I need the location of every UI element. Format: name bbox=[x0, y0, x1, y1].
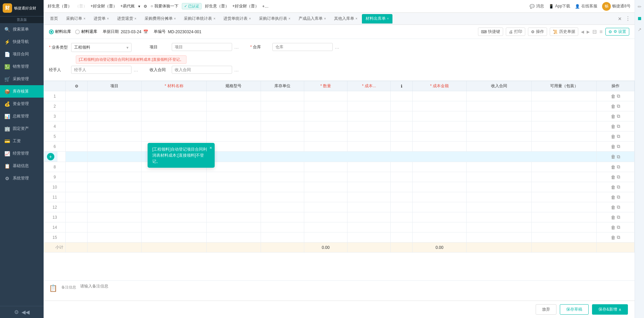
row-cell[interactable] bbox=[532, 192, 597, 202]
topbar-settings-btn[interactable]: ⚙ bbox=[144, 4, 147, 9]
delete-row-btn[interactable]: 🗑 bbox=[611, 235, 615, 240]
row-cell[interactable] bbox=[87, 121, 141, 131]
row-cell[interactable] bbox=[304, 222, 347, 232]
row-cell[interactable] bbox=[261, 232, 304, 243]
row-cell[interactable] bbox=[467, 131, 532, 142]
row-cell[interactable] bbox=[412, 192, 466, 202]
row-cell[interactable] bbox=[87, 131, 141, 142]
row-cell[interactable] bbox=[87, 182, 141, 192]
handler-input[interactable] bbox=[71, 66, 131, 74]
row-cell[interactable] bbox=[467, 182, 532, 192]
row-cell[interactable] bbox=[304, 142, 347, 152]
row-cell[interactable] bbox=[412, 142, 466, 152]
row-cell[interactable] bbox=[347, 202, 391, 212]
tabbar-close-all-btn[interactable]: ✕ bbox=[616, 16, 623, 21]
tab-close-icon[interactable]: × bbox=[356, 17, 358, 20]
row-cell[interactable] bbox=[207, 111, 261, 121]
delete-row-btn[interactable]: 🗑 bbox=[611, 104, 615, 109]
row-cell[interactable] bbox=[207, 192, 261, 202]
row-cell[interactable] bbox=[412, 222, 466, 232]
right-active-icon[interactable]: ◼ bbox=[636, 14, 643, 22]
row-cell[interactable] bbox=[412, 131, 466, 142]
row-cell[interactable] bbox=[261, 172, 304, 182]
tooltip-close-btn[interactable]: × bbox=[209, 145, 212, 151]
tab-purchase-exec[interactable]: 采购订单执行表 × bbox=[255, 14, 294, 23]
handler-dots-btn[interactable]: … bbox=[133, 67, 138, 72]
row-cell[interactable] bbox=[412, 212, 466, 222]
next-btn[interactable]: ▶ bbox=[587, 30, 590, 34]
row-cell[interactable] bbox=[142, 121, 207, 131]
row-cell[interactable] bbox=[87, 192, 141, 202]
row-cell[interactable] bbox=[261, 131, 304, 142]
save-new-button[interactable]: 保存&新增 ∧ bbox=[592, 304, 628, 315]
income-contract-dots-btn[interactable]: … bbox=[234, 67, 239, 72]
sidebar-item-sales[interactable]: 💹 销售管理 bbox=[0, 60, 44, 73]
row-cell[interactable] bbox=[261, 121, 304, 131]
row-cell[interactable] bbox=[304, 182, 347, 192]
row-cell[interactable] bbox=[304, 232, 347, 243]
row-cell[interactable] bbox=[142, 172, 207, 182]
notes-input[interactable] bbox=[80, 283, 629, 293]
income-contract-input[interactable] bbox=[172, 66, 232, 74]
biz-type-select[interactable]: 工程领料 ▾ bbox=[71, 43, 131, 52]
sidebar-item-basicinfo[interactable]: 📋 基础信息 bbox=[0, 160, 44, 172]
topbar-link-haoyecai2[interactable]: +好业财（普） bbox=[232, 3, 259, 9]
row-cell[interactable] bbox=[467, 91, 532, 101]
row-cell[interactable] bbox=[412, 172, 466, 182]
copy-row-btn[interactable]: ⧉ bbox=[617, 224, 620, 230]
right-edit-icon[interactable]: ✏ bbox=[636, 3, 643, 11]
sidebar-item-search[interactable]: 🔍 搜索菜单 bbox=[0, 23, 44, 36]
topbar-link-haoshengyi[interactable]: 好生意（普） bbox=[48, 3, 72, 9]
row-cell[interactable] bbox=[207, 212, 261, 222]
quick-key-btn[interactable]: ⌨ 快捷键 bbox=[478, 28, 503, 36]
row-cell[interactable] bbox=[532, 182, 597, 192]
row-cell[interactable] bbox=[142, 91, 207, 101]
row-cell[interactable] bbox=[304, 101, 347, 111]
tab-material-outbound[interactable]: 材料出库单 × bbox=[362, 14, 393, 23]
row-cell[interactable] bbox=[207, 222, 261, 232]
row-cell[interactable] bbox=[142, 111, 207, 121]
row-cell[interactable] bbox=[87, 162, 141, 172]
copy-row-btn[interactable]: ⧉ bbox=[617, 194, 620, 200]
row-cell[interactable] bbox=[467, 232, 532, 243]
history-btn[interactable]: 📜 历史单据 bbox=[550, 28, 578, 36]
row-cell[interactable] bbox=[142, 131, 207, 142]
project-input[interactable] bbox=[172, 43, 232, 51]
tab-finished-goods[interactable]: 产成品入库单 × bbox=[295, 14, 330, 23]
topbar-link-haoshengyi2[interactable]: 好生意（普） bbox=[205, 3, 229, 9]
copy-row-btn[interactable]: ⧉ bbox=[617, 234, 620, 240]
topbar-service-btn[interactable]: 👤 在线客服 bbox=[575, 3, 597, 9]
row-cell[interactable] bbox=[207, 101, 261, 111]
bill-date-value[interactable]: 2023-03-24 bbox=[121, 30, 141, 34]
row-cell-active[interactable] bbox=[66, 152, 88, 162]
prev-btn[interactable]: ◀ bbox=[581, 30, 584, 34]
copy-row-btn[interactable]: ⧉ bbox=[617, 93, 620, 99]
row-cell-active[interactable] bbox=[87, 152, 141, 162]
copy-row-btn[interactable]: ⧉ bbox=[617, 214, 620, 220]
row-cell[interactable] bbox=[347, 162, 391, 172]
row-cell[interactable] bbox=[304, 192, 347, 202]
delete-row-btn[interactable]: 🗑 bbox=[611, 134, 615, 139]
operate-btn[interactable]: ⚙ 操作 bbox=[528, 28, 547, 36]
topbar-user[interactable]: 畅 畅捷通8号 bbox=[602, 2, 631, 11]
th-settings[interactable]: ⚙ bbox=[66, 81, 88, 91]
tab-close-icon[interactable]: × bbox=[213, 17, 215, 20]
row-cell[interactable] bbox=[467, 111, 532, 121]
row-cell[interactable] bbox=[347, 142, 391, 152]
row-cell[interactable] bbox=[347, 131, 391, 142]
row-cell[interactable] bbox=[532, 142, 597, 152]
save-draft-button[interactable]: 保存草稿 bbox=[560, 304, 589, 315]
tab-purchase-expense[interactable]: 采购费用分摊单 × bbox=[141, 14, 180, 23]
row-cell[interactable] bbox=[261, 222, 304, 232]
calendar-icon[interactable]: 📅 bbox=[143, 30, 148, 34]
sidebar-item-operations[interactable]: 📈 经营管理 bbox=[0, 147, 44, 160]
row-cell[interactable] bbox=[347, 222, 391, 232]
topbar-app-download-btn[interactable]: 📱 App下载 bbox=[549, 3, 570, 9]
sidebar-item-ledger[interactable]: 📊 总账管理 bbox=[0, 110, 44, 122]
copy-row-btn[interactable]: ⧉ bbox=[617, 174, 620, 180]
tab-purchase-stats[interactable]: 采购订单统计表 × bbox=[180, 14, 219, 23]
row-cell[interactable] bbox=[532, 232, 597, 243]
row-cell[interactable] bbox=[347, 172, 391, 182]
row-cell[interactable] bbox=[412, 162, 466, 172]
row-cell[interactable] bbox=[207, 172, 261, 182]
